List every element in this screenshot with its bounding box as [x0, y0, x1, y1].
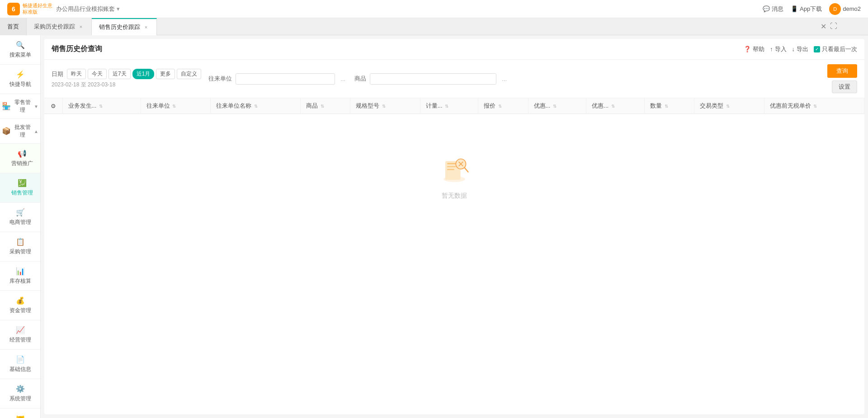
col-quantity[interactable]: 数量 ⇅: [645, 98, 694, 114]
sidebar-item-ecommerce-mgmt[interactable]: 🛒 电商管理: [0, 203, 40, 232]
col-discount1[interactable]: 优惠... ⇅: [528, 98, 586, 114]
sidebar-item-quick-nav[interactable]: ⚡ 快捷导航: [0, 65, 40, 94]
svg-rect-4: [447, 169, 454, 170]
app-title[interactable]: 办公用品行业模拟账套 ▾: [56, 5, 120, 13]
filter-actions: 查询 设置: [827, 64, 857, 93]
sidebar: 🔍 搜索菜单 ⚡ 快捷导航 🏪 零售管理 ▼ 📦 批发管理 ▲ 📢 营销推广 💹…: [0, 35, 41, 418]
col-settings[interactable]: ⚙: [44, 98, 62, 114]
partner-input[interactable]: [236, 73, 335, 85]
date-btn-yesterday[interactable]: 昨天: [67, 69, 86, 79]
partner-label: 往来单位: [208, 75, 232, 83]
export-button[interactable]: ↓ 导出: [792, 45, 809, 53]
partner-dots-button[interactable]: ...: [339, 76, 347, 82]
col-spec[interactable]: 规格型号 ⇅: [350, 98, 420, 114]
checkbox-check-icon: ✓: [814, 46, 820, 52]
ecommerce-mgmt-icon: 🛒: [16, 208, 25, 217]
col-goods[interactable]: 商品 ⇅: [300, 98, 350, 114]
marketing-icon: 📢: [18, 149, 27, 158]
logo-area[interactable]: 6 畅捷通好生意 标准版: [7, 3, 52, 15]
date-btn-today[interactable]: 今天: [88, 69, 107, 79]
data-table: ⚙ 业务发生... ⇅ 往来单位 ⇅ 往来单位名称: [44, 98, 864, 114]
sidebar-item-finance-mgmt[interactable]: 💰 资金管理: [0, 291, 40, 320]
tab-sales-history-close[interactable]: ×: [143, 24, 149, 30]
message-button[interactable]: 💬 消息: [763, 5, 783, 13]
sort-goods-icon: ⇅: [321, 104, 324, 109]
purchase-mgmt-icon: 📋: [16, 238, 25, 246]
col-biz-date[interactable]: 业务发生... ⇅: [62, 98, 141, 114]
sidebar-item-enterprise-collab[interactable]: 🤝 企业协同: [0, 408, 40, 418]
settings-button[interactable]: 设置: [832, 81, 857, 93]
sidebar-item-basic-info[interactable]: 📄 基础信息: [0, 350, 40, 379]
tab-bar: 首页 采购历史价跟踪 × 销售历史价跟踪 × ✕ ⛶: [0, 18, 868, 35]
col-pre-tax-price[interactable]: 优惠前无税单价 ⇅: [764, 98, 864, 114]
inventory-check-icon: 📊: [16, 267, 25, 276]
sort-discount2-icon: ⇅: [611, 104, 615, 109]
date-btn-7days[interactable]: 近7天: [108, 69, 131, 79]
tab-sales-history[interactable]: 销售历史价跟踪 ×: [92, 18, 157, 35]
goods-input[interactable]: [370, 73, 496, 85]
query-button[interactable]: 查询: [827, 64, 857, 78]
message-icon: 💬: [763, 5, 770, 12]
wholesale-mgmt-arrow: ▲: [34, 129, 38, 134]
quick-nav-icon: ⚡: [16, 70, 25, 79]
sidebar-item-operations-mgmt[interactable]: 📈 经营管理: [0, 320, 40, 350]
top-bar: 6 畅捷通好生意 标准版 办公用品行业模拟账套 ▾ 💬 消息 📱 App下载 D…: [0, 0, 868, 18]
top-bar-left: 6 畅捷通好生意 标准版 办公用品行业模拟账套 ▾: [7, 3, 120, 15]
svg-rect-3: [447, 166, 456, 167]
col-unit[interactable]: 计量... ⇅: [420, 98, 478, 114]
help-button[interactable]: ❓ 帮助: [744, 45, 764, 53]
col-partner-code[interactable]: 往来单位 ⇅: [141, 98, 211, 114]
sort-spec-icon: ⇅: [382, 104, 386, 109]
sort-discount1-icon: ⇅: [553, 104, 557, 109]
import-button[interactable]: ↑ 导入: [770, 45, 787, 53]
sidebar-item-sales-mgmt[interactable]: 💹 销售管理: [0, 173, 40, 203]
table-settings-icon[interactable]: ⚙: [51, 103, 56, 109]
sidebar-item-system-mgmt[interactable]: ⚙️ 系统管理: [0, 379, 40, 408]
search-menu-icon: 🔍: [16, 41, 25, 49]
sidebar-item-search-menu[interactable]: 🔍 搜索菜单: [0, 35, 40, 65]
only-last-checkbox[interactable]: ✓ 只看最后一次: [814, 45, 857, 53]
page-title: 销售历史价查询: [52, 44, 102, 54]
date-label: 日期: [52, 70, 63, 78]
app-download-icon: 📱: [791, 5, 798, 12]
partner-filter-group: 往来单位 ...: [208, 73, 347, 85]
finance-mgmt-icon: 💰: [16, 296, 25, 305]
user-avatar: D: [829, 3, 841, 15]
app-download-button[interactable]: 📱 App下载: [791, 5, 822, 13]
date-btn-custom[interactable]: 自定义: [177, 69, 201, 79]
sidebar-item-marketing[interactable]: 📢 营销推广: [0, 144, 40, 173]
date-btn-1month[interactable]: 近1月: [132, 69, 155, 79]
filter-bar: 日期 昨天 今天 近7天 近1月 更多 自定义 2023-02-18 至 202…: [44, 60, 864, 98]
date-filter-group: 日期 昨天 今天 近7天 近1月 更多 自定义: [52, 69, 201, 79]
empty-text: 暂无数据: [442, 192, 467, 200]
tab-home[interactable]: 首页: [0, 18, 27, 35]
tab-purchase-history[interactable]: 采购历史价跟踪 ×: [27, 18, 92, 35]
col-partner-name[interactable]: 往来单位名称 ⇅: [211, 98, 301, 114]
col-trade-type[interactable]: 交易类型 ⇅: [694, 98, 764, 114]
retail-mgmt-arrow: ▼: [34, 104, 38, 109]
sales-mgmt-icon: 💹: [18, 179, 27, 187]
title-dropdown-arrow: ▾: [117, 5, 120, 12]
page-header: 销售历史价查询 ❓ 帮助 ↑ 导入 ↓ 导出 ✓: [44, 39, 864, 60]
tab-purchase-history-close[interactable]: ×: [78, 24, 84, 30]
sort-partner-code-icon: ⇅: [172, 104, 176, 109]
filter-date-group: 日期 昨天 今天 近7天 近1月 更多 自定义 2023-02-18 至 202…: [52, 69, 201, 89]
main-layout: 🔍 搜索菜单 ⚡ 快捷导航 🏪 零售管理 ▼ 📦 批发管理 ▲ 📢 营销推广 💹…: [0, 35, 868, 418]
date-btn-more[interactable]: 更多: [156, 69, 175, 79]
help-icon: ❓: [744, 46, 751, 52]
user-menu[interactable]: D demo2: [829, 3, 861, 15]
col-price[interactable]: 报价 ⇅: [478, 98, 528, 114]
sidebar-item-purchase-mgmt[interactable]: 📋 采购管理: [0, 232, 40, 261]
tab-maximize-button[interactable]: ⛶: [830, 22, 837, 31]
page-header-actions: ❓ 帮助 ↑ 导入 ↓ 导出 ✓ 只看最后一次: [744, 45, 857, 53]
sort-price-icon: ⇅: [498, 104, 502, 109]
sidebar-item-wholesale-mgmt[interactable]: 📦 批发管理 ▲: [0, 119, 40, 144]
svg-line-8: [464, 167, 468, 172]
tab-close-all-button[interactable]: ✕: [821, 22, 826, 31]
sidebar-item-retail-mgmt[interactable]: 🏪 零售管理 ▼: [0, 94, 40, 119]
sidebar-item-inventory-check[interactable]: 📊 库存核算: [0, 261, 40, 291]
date-buttons: 昨天 今天 近7天 近1月 更多 自定义: [67, 69, 201, 79]
goods-dots-button[interactable]: ...: [500, 76, 509, 82]
logo-icon: 6: [7, 3, 20, 15]
col-discount2[interactable]: 优惠... ⇅: [586, 98, 645, 114]
